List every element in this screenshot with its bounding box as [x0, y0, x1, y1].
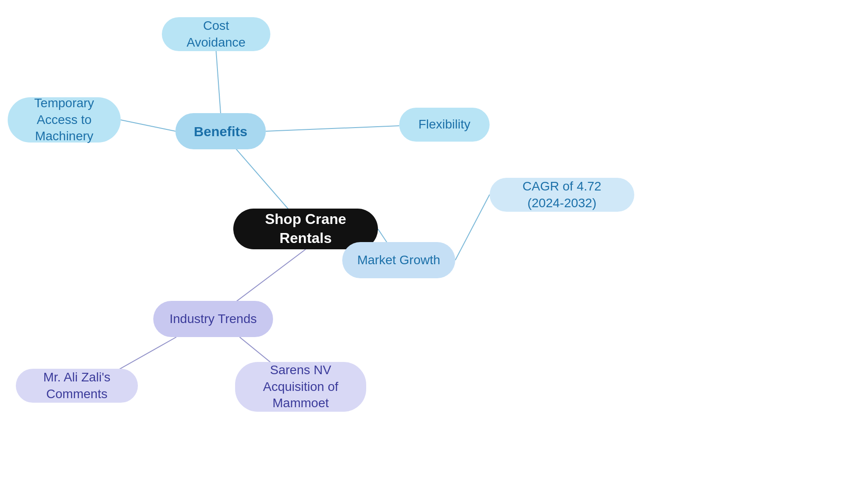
industry-trends-node-label: Industry Trends: [170, 311, 257, 327]
ali-zali-node-label: Mr. Ali Zali's Comments: [30, 369, 123, 402]
market-growth-node[interactable]: Market Growth: [342, 242, 455, 278]
cost-avoidance-node[interactable]: Cost Avoidance: [162, 17, 270, 51]
center-node-label: Shop Crane Rentals: [248, 210, 363, 247]
cagr-node[interactable]: CAGR of 4.72 (2024-2032): [490, 178, 634, 212]
industry-trends-node[interactable]: Industry Trends: [153, 301, 273, 337]
benefits-node-label: Benefits: [194, 123, 247, 140]
flexibility-node-label: Flexibility: [418, 116, 470, 133]
sarens-node-label: Sarens NV Acquisition of Mammoet: [250, 362, 352, 411]
sarens-node[interactable]: Sarens NV Acquisition of Mammoet: [235, 362, 366, 412]
market-growth-node-label: Market Growth: [357, 252, 440, 268]
cagr-node-label: CAGR of 4.72 (2024-2032): [504, 178, 620, 211]
cost-avoidance-node-label: Cost Avoidance: [176, 18, 256, 51]
svg-line-5: [455, 195, 490, 260]
svg-line-1: [216, 51, 221, 113]
temp-access-node-label: Temporary Access to Machinery: [22, 95, 106, 144]
svg-line-3: [266, 126, 399, 131]
benefits-node[interactable]: Benefits: [175, 113, 266, 149]
temp-access-node[interactable]: Temporary Access to Machinery: [8, 97, 121, 143]
flexibility-node[interactable]: Flexibility: [399, 108, 490, 142]
ali-zali-node[interactable]: Mr. Ali Zali's Comments: [16, 369, 138, 403]
svg-line-2: [121, 120, 175, 131]
